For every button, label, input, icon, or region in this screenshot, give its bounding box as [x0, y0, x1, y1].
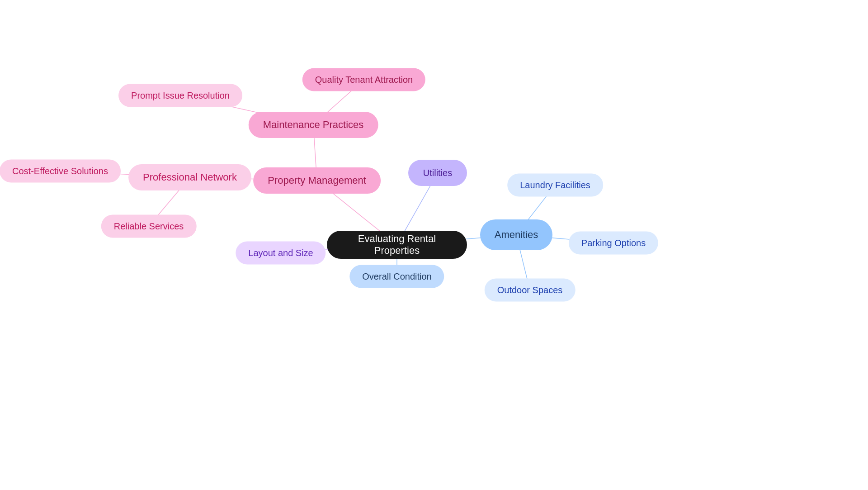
center-label: Evaluating Rental Properties — [345, 233, 449, 257]
center-node[interactable]: Evaluating Rental Properties — [327, 231, 467, 259]
parking-node[interactable]: Parking Options — [569, 232, 658, 255]
amenities-node[interactable]: Amenities — [480, 219, 552, 250]
amenities-label: Amenities — [495, 229, 538, 241]
cost-effective-node[interactable]: Cost-Effective Solutions — [0, 160, 121, 183]
prompt-issue-label: Prompt Issue Resolution — [131, 90, 230, 101]
utilities-node[interactable]: Utilities — [408, 160, 467, 186]
parking-label: Parking Options — [581, 238, 646, 248]
utilities-label: Utilities — [423, 168, 452, 178]
reliable-services-node[interactable]: Reliable Services — [101, 215, 197, 238]
maintenance-label: Maintenance Practices — [263, 119, 364, 131]
quality-tenant-label: Quality Tenant Attraction — [315, 75, 413, 85]
property-mgmt-node[interactable]: Property Management — [253, 167, 381, 194]
maintenance-node[interactable]: Maintenance Practices — [249, 112, 378, 138]
outdoor-label: Outdoor Spaces — [497, 285, 563, 295]
prompt-issue-node[interactable]: Prompt Issue Resolution — [118, 84, 242, 107]
overall-condition-label: Overall Condition — [362, 271, 431, 282]
overall-condition-node[interactable]: Overall Condition — [349, 265, 444, 288]
layout-size-node[interactable]: Layout and Size — [236, 242, 326, 265]
reliable-services-label: Reliable Services — [114, 221, 184, 232]
professional-net-label: Professional Network — [143, 171, 237, 183]
laundry-label: Laundry Facilities — [520, 180, 590, 190]
laundry-node[interactable]: Laundry Facilities — [507, 174, 603, 197]
layout-size-label: Layout and Size — [248, 248, 313, 258]
cost-effective-label: Cost-Effective Solutions — [12, 166, 108, 176]
outdoor-node[interactable]: Outdoor Spaces — [485, 279, 576, 302]
professional-net-node[interactable]: Professional Network — [128, 164, 251, 190]
quality-tenant-node[interactable]: Quality Tenant Attraction — [302, 68, 425, 91]
property-mgmt-label: Property Management — [268, 175, 366, 186]
